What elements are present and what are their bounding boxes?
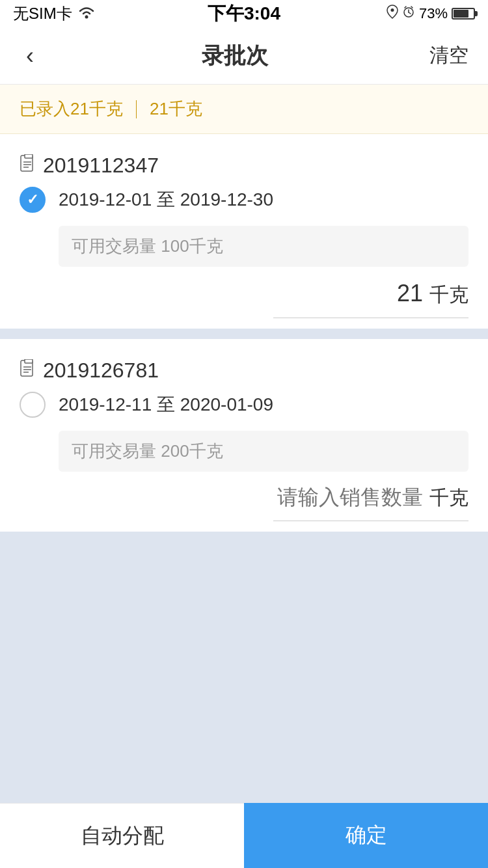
batch-radio-2[interactable] xyxy=(20,392,46,418)
info-banner: 已录入21千克 21千克 xyxy=(0,85,488,134)
available-qty-2: 可用交易量 200千克 xyxy=(59,431,468,472)
auto-distribute-button[interactable]: 自动分配 xyxy=(0,803,244,868)
batch-item-1: 2019112347 2019-12-01 至 2019-12-30 可用交易量… xyxy=(0,134,488,267)
amount-row-1: 21 千克 xyxy=(0,267,488,318)
svg-point-0 xyxy=(85,16,88,19)
qty-unit-2: 千克 xyxy=(429,485,468,511)
status-bar: 无SIM卡 下午3:04 73% xyxy=(0,0,488,27)
auto-distribute-label: 自动分配 xyxy=(81,822,164,850)
time-display: 下午3:04 xyxy=(208,1,280,26)
battery-percent: 73% xyxy=(419,5,448,22)
batch-id-1: 2019112347 xyxy=(43,154,159,178)
available-qty-text-1: 可用交易量 100千克 xyxy=(72,236,223,256)
status-left: 无SIM卡 xyxy=(13,3,96,24)
available-qty-1: 可用交易量 100千克 xyxy=(59,226,468,267)
amount-section-1: 21 千克 xyxy=(0,267,488,329)
battery-icon xyxy=(452,8,475,20)
svg-rect-13 xyxy=(25,359,33,363)
svg-line-6 xyxy=(411,7,413,8)
batch-item-2: 2019126781 2019-12-11 至 2020-01-09 可用交易量… xyxy=(0,339,488,472)
amount-value-1: 21 xyxy=(397,280,423,307)
content-area: 已录入21千克 21千克 2019112347 2019-12-01 至 201… xyxy=(0,85,488,868)
batch-date-row-1[interactable]: 2019-12-01 至 2019-12-30 xyxy=(20,187,468,213)
input-row-2: 千克 xyxy=(0,472,488,521)
location-icon xyxy=(386,5,398,23)
recorded-amount: 已录入21千克 xyxy=(20,98,123,120)
confirm-button[interactable]: 确定 xyxy=(244,803,488,868)
qty-input-2[interactable] xyxy=(20,485,423,509)
info-divider xyxy=(136,100,137,118)
empty-area xyxy=(0,532,488,818)
section-divider xyxy=(0,329,488,339)
bottom-bar: 自动分配 确定 xyxy=(0,803,488,868)
back-button[interactable]: ‹ xyxy=(20,36,40,76)
batch-date-row-2[interactable]: 2019-12-11 至 2020-01-09 xyxy=(20,392,468,418)
svg-point-1 xyxy=(390,8,394,12)
alarm-icon xyxy=(402,5,415,22)
svg-line-4 xyxy=(409,12,411,14)
total-amount: 21千克 xyxy=(150,98,202,120)
amount-unit-1: 千克 xyxy=(429,282,468,308)
page-title: 录批次 xyxy=(202,41,268,71)
batch-id-2: 2019126781 xyxy=(43,359,159,383)
confirm-label: 确定 xyxy=(346,821,387,850)
clear-button[interactable]: 清空 xyxy=(429,42,468,69)
batch-id-row-2: 2019126781 xyxy=(20,359,468,383)
available-qty-text-2: 可用交易量 200千克 xyxy=(72,441,223,461)
nav-bar: ‹ 录批次 清空 xyxy=(0,27,488,85)
batch-date-1: 2019-12-01 至 2019-12-30 xyxy=(59,187,273,212)
wifi-icon xyxy=(77,5,96,23)
input-section-2: 千克 xyxy=(0,472,488,532)
sim-text: 无SIM卡 xyxy=(13,3,72,24)
batch-doc-icon xyxy=(20,154,38,177)
batch-date-2: 2019-12-11 至 2020-01-09 xyxy=(59,392,273,417)
svg-rect-8 xyxy=(25,154,33,158)
svg-line-5 xyxy=(405,7,406,8)
batch-doc-icon-2 xyxy=(20,359,38,382)
batch-id-row-1: 2019112347 xyxy=(20,154,468,178)
status-right: 73% xyxy=(386,5,475,23)
batch-radio-1[interactable] xyxy=(20,187,46,213)
